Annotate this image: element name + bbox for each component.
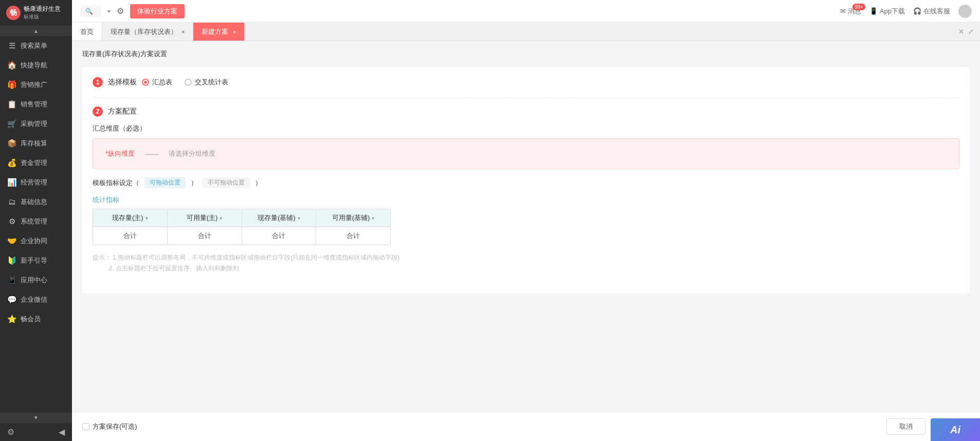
dimension-box: *纵向维度 —— 请选择分组维度 (93, 138, 959, 169)
star-icon: ⭐ (7, 315, 16, 324)
tab-home[interactable]: 首页 (72, 23, 102, 41)
radio-summary[interactable]: 汇总表 (142, 78, 172, 87)
main-content: 现存量(库存状况表)方案设置 1 选择模板 汇总表 交叉统计表 (72, 41, 980, 412)
stat-col-0-arrow[interactable]: ▾ (146, 215, 148, 221)
stat-col-2-label: 现存量(基辅) (258, 213, 296, 223)
tip-item-1: 2. 点击标题栏下拉可设置排序、插入列和删除列 (93, 264, 959, 273)
sidebar-item-marketing[interactable]: 🎁 营销推广 (0, 75, 72, 95)
tab-new-scheme-close[interactable]: × (232, 29, 235, 35)
step2-header: 2 方案配置 (93, 106, 959, 117)
step1-header: 1 选择模板 汇总表 交叉统计表 (93, 77, 959, 87)
handshake-icon: 🤝 (7, 236, 16, 246)
summary-dimension-label: 汇总维度（必选） (93, 124, 959, 133)
radio-summary-label: 汇总表 (152, 78, 172, 87)
service-icon: 🎧 (913, 7, 921, 15)
tips-section: 提示： 1.拖动标题栏可以调整布局，不可跨维度或指标区域拖动栏目字段(只能在同一… (93, 253, 959, 273)
sidebar-item-quick-nav[interactable]: 🏠 快捷导航 (0, 56, 72, 75)
cart-icon: 🛒 (7, 119, 16, 128)
sidebar-item-sales[interactable]: 📋 销售管理 (0, 95, 72, 114)
sidebar-item-system[interactable]: ⚙ 系统管理 (0, 212, 72, 231)
sidebar-item-vip[interactable]: ⭐ 畅会员 (0, 309, 72, 329)
online-service-label: 在线客服 (923, 7, 950, 16)
user-avatar[interactable] (958, 5, 972, 18)
sidebar-bottom: ⚙ ◀ (0, 422, 72, 441)
sidebar-item-label: 经营管理 (21, 178, 47, 187)
stat-table-header: 现存量(主) ▾ 可用量(主) ▾ 现存量(基辅) ▾ (93, 209, 390, 227)
folder-icon: 🗂 (7, 197, 16, 206)
logo-icon: 畅 (6, 6, 21, 20)
step1-title: 选择模板 (108, 78, 137, 87)
stat-col-1-label: 可用量(主) (187, 213, 218, 223)
app-download-btn[interactable]: 📱 App下载 (869, 7, 905, 16)
box-icon: 📦 (7, 139, 16, 148)
dimension-placeholder[interactable]: 请选择分组维度 (169, 149, 215, 158)
ai-float-btn[interactable]: Ai (931, 418, 980, 441)
sidebar-item-label: 搜索菜单 (21, 41, 47, 50)
app-download-label: App下载 (880, 7, 905, 16)
save-checkbox-label: 方案保存(可选) (93, 422, 137, 431)
stat-col-2-arrow[interactable]: ▾ (298, 215, 300, 221)
template-config-suffix: ） (191, 178, 197, 188)
step-divider (93, 98, 959, 98)
online-service-btn[interactable]: 🎧 在线客服 (913, 7, 950, 16)
save-checkbox-box[interactable] (82, 423, 89, 430)
tip-1-text: 2. 点击标题栏下拉可设置排序、插入列和删除列 (109, 265, 239, 272)
sidebar-item-label: 采购管理 (21, 119, 47, 128)
sidebar-item-newbie[interactable]: 🔰 新手引导 (0, 251, 72, 270)
sidebar-item-operations[interactable]: 📊 经营管理 (0, 173, 72, 192)
expand-icon[interactable]: ⤢ (968, 28, 974, 35)
step1-section: 1 选择模板 汇总表 交叉统计表 (93, 77, 959, 87)
message-btn[interactable]: ✉ 消息 99+ (840, 7, 861, 16)
radio-cross[interactable]: 交叉统计表 (185, 78, 228, 87)
stat-col-3[interactable]: 可用量(基辅) ▾ (316, 209, 390, 227)
template-config-label: 模板指标设定（ (93, 178, 139, 188)
trial-btn[interactable]: 体验行业方案 (130, 4, 185, 19)
topbar-search[interactable]: 🔍 (80, 6, 101, 17)
sidebar-item-enterprise[interactable]: 🤝 企业协同 (0, 231, 72, 251)
tab-expand-btns[interactable]: ✕ ⤢ (952, 28, 980, 35)
sidebar-item-app-center[interactable]: 📱 应用中心 (0, 270, 72, 290)
stat-section: 统计指标 现存量(主) ▾ 可用量(主) ▾ (93, 195, 959, 245)
tabs-bar: 首页 现存量（库存状况表） × 新建方案 × ✕ ⤢ (72, 23, 980, 41)
tab-inventory-close[interactable]: × (182, 29, 185, 35)
stat-col-1[interactable]: 可用量(主) ▾ (168, 209, 242, 227)
stat-col-2[interactable]: 现存量(基辅) ▾ (242, 209, 317, 227)
settings-bottom-icon[interactable]: ⚙ (7, 427, 14, 437)
save-checkbox[interactable]: 方案保存(可选) (82, 422, 137, 431)
stat-cell-3: 合计 (316, 227, 390, 245)
dimension-row: *纵向维度 —— 请选择分组维度 (105, 149, 947, 158)
tab-new-scheme[interactable]: 新建方案 × (193, 23, 244, 41)
tab-inventory[interactable]: 现存量（库存状况表） × (102, 23, 193, 41)
ai-label: Ai (950, 424, 960, 436)
sidebar-scroll-down[interactable]: ▼ (0, 413, 72, 422)
stat-col-3-arrow[interactable]: ▾ (372, 215, 374, 221)
topbar-dropdown-arrow[interactable]: ▾ (107, 8, 111, 15)
sidebar-item-label: 营销推广 (21, 80, 47, 89)
collapse-sidebar-btn[interactable]: ◀ (59, 427, 65, 437)
template-radio-group: 汇总表 交叉统计表 (142, 78, 228, 87)
stat-cell-1: 合计 (168, 227, 242, 245)
sidebar-item-label: 企业协同 (21, 236, 47, 246)
stat-col-0[interactable]: 现存量(主) ▾ (93, 209, 168, 227)
sidebar-item-label: 销售管理 (21, 100, 47, 109)
topbar-settings-icon[interactable]: ⚙ (117, 6, 124, 16)
tip-item-0: 提示： 1.拖动标题栏可以调整布局，不可跨维度或指标区域拖动栏目字段(只能在同一… (93, 253, 959, 262)
sidebar-item-purchase[interactable]: 🛒 采购管理 (0, 114, 72, 134)
step1-num: 1 (93, 77, 103, 87)
stat-col-1-arrow[interactable]: ▾ (220, 215, 222, 221)
sidebar-item-inventory[interactable]: 📦 库存核算 (0, 134, 72, 153)
stat-col-0-label: 现存量(主) (112, 213, 143, 223)
sidebar-scroll-up[interactable]: ▲ (0, 26, 72, 36)
gift-icon: 🎁 (7, 80, 16, 89)
sidebar-item-search[interactable]: ☰ 搜索菜单 (0, 36, 72, 56)
sidebar-item-label: 应用中心 (21, 275, 47, 285)
newbie-icon: 🔰 (7, 256, 16, 265)
sidebar-item-finance[interactable]: 💰 资金管理 (0, 153, 72, 173)
sidebar-item-label: 基础信息 (21, 197, 47, 207)
main-area: 🔍 ▾ ⚙ 体验行业方案 ✉ 消息 99+ 📱 App下载 🎧 在线客服 (72, 0, 980, 441)
radio-summary-dot (142, 79, 149, 86)
sidebar-item-basic-info[interactable]: 🗂 基础信息 (0, 192, 72, 212)
close-tab-icon[interactable]: ✕ (958, 28, 964, 35)
sidebar-item-wechat[interactable]: 💬 企业微信 (0, 290, 72, 309)
cancel-button[interactable]: 取消 (886, 418, 925, 435)
